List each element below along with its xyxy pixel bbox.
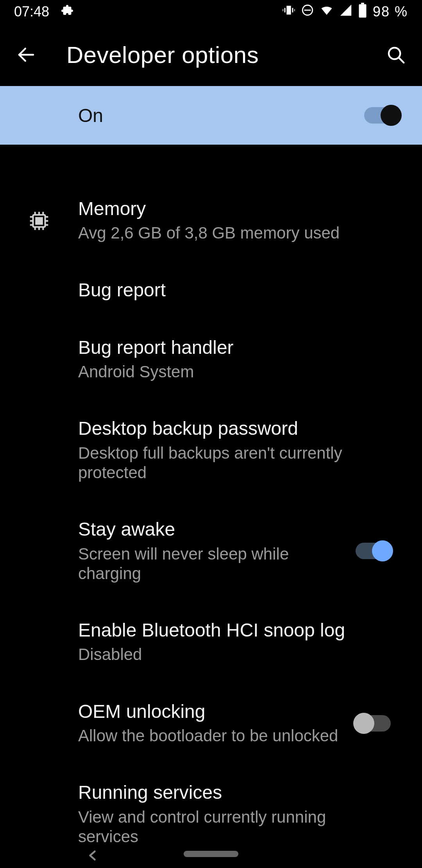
bug-report-row[interactable]: Bug report [0,261,422,319]
memory-title: Memory [78,198,389,219]
status-bar: 07:48 98 % [0,0,422,23]
battery-icon [358,3,367,21]
svg-rect-3 [361,3,364,4]
bluetooth-hci-title: Enable Bluetooth HCI snoop log [78,619,389,641]
settings-list: Memory Avg 2,6 GB of 3,8 GB memory used … [0,145,422,868]
dnd-icon [301,4,314,20]
status-time: 07:48 [14,4,49,20]
bug-report-handler-row[interactable]: Bug report handler Android System [0,319,422,400]
master-toggle-label: On [78,105,364,126]
nav-back-icon[interactable] [86,848,100,864]
stay-awake-row[interactable]: Stay awake Screen will never sleep while… [0,500,422,601]
desktop-backup-password-row[interactable]: Desktop backup password Desktop full bac… [0,400,422,500]
vibrate-icon [282,4,295,20]
bug-report-handler-title: Bug report handler [78,337,389,358]
master-toggle-switch[interactable] [364,107,399,124]
oem-unlocking-subtitle: Allow the bootloader to be unlocked [78,726,338,746]
stay-awake-subtitle: Screen will never sleep while charging [78,544,338,584]
search-button[interactable] [379,44,406,65]
battery-percent: 98 % [373,4,408,20]
bluetooth-hci-subtitle: Disabled [78,645,389,664]
memory-subtitle: Avg 2,6 GB of 3,8 GB memory used [78,223,389,243]
stay-awake-title: Stay awake [78,518,338,540]
svg-rect-2 [359,4,366,17]
desktop-backup-password-subtitle: Desktop full backups aren't currently pr… [78,443,389,483]
signal-icon [339,4,352,20]
svg-line-6 [399,57,404,63]
bug-report-handler-subtitle: Android System [78,362,389,382]
oem-unlocking-switch[interactable] [356,715,391,732]
svg-rect-8 [36,218,42,224]
nav-home-pill[interactable] [184,851,238,857]
running-services-title: Running services [78,782,389,803]
oem-unlocking-title: OEM unlocking [78,701,338,722]
memory-row[interactable]: Memory Avg 2,6 GB of 3,8 GB memory used [0,180,422,261]
bug-report-title: Bug report [78,279,389,301]
wifi-icon [320,3,334,21]
navigation-bar [0,840,422,868]
back-button[interactable] [16,44,43,65]
oem-unlocking-row[interactable]: OEM unlocking Allow the bootloader to be… [0,683,422,764]
desktop-backup-password-title: Desktop backup password [78,418,389,439]
bluetooth-hci-row[interactable]: Enable Bluetooth HCI snoop log Disabled [0,601,422,683]
chip-icon [27,209,51,235]
stay-awake-switch[interactable] [356,543,391,559]
puzzle-icon [60,3,74,21]
app-bar: Developer options [0,23,422,86]
page-title: Developer options [43,41,379,68]
master-toggle-row[interactable]: On [0,86,422,145]
